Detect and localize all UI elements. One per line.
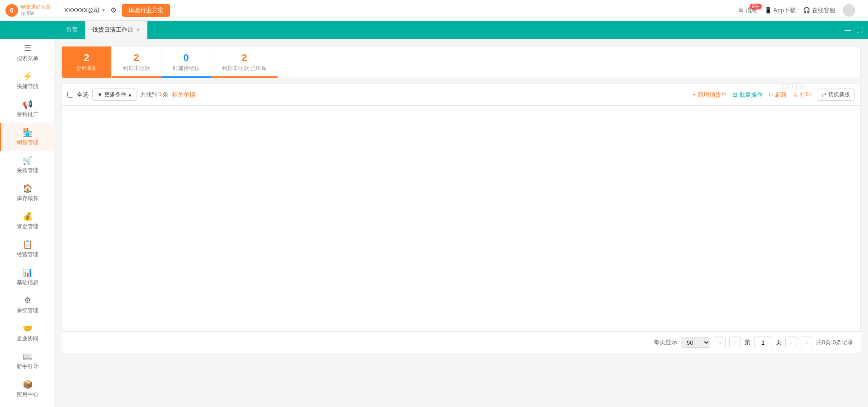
purchase-icon: 🛒 — [23, 155, 33, 165]
settings-icon[interactable]: ⚙ — [110, 6, 117, 14]
sidebar-item-sales[interactable]: 🏪 销售管理 — [0, 123, 54, 151]
sidebar-item-marketing[interactable]: 📢 营销推广 — [0, 95, 54, 123]
refresh-button[interactable]: ↻ 刷新 — [768, 91, 787, 99]
sidebar-item-app-center[interactable]: 📦 应用中心 — [0, 375, 54, 403]
print-icon: 🖨 — [792, 91, 798, 98]
card-all[interactable]: 2 全部单据 — [62, 47, 112, 78]
inventory-icon: 🏠 — [23, 183, 33, 193]
sidebar-item-inventory[interactable]: 🏠 库存核算 — [0, 179, 54, 207]
message-badge: 99+ — [750, 4, 762, 9]
nav-tabs: 首页 钱货日清工作台 ✕ — ⛶ — [0, 21, 868, 39]
card-overdue-shipped-num: 2 — [242, 52, 247, 64]
card-overdue-underline — [112, 76, 161, 78]
sidebar-label-cooperation: 企业协同 — [17, 335, 38, 342]
last-page-button[interactable]: » — [801, 337, 812, 348]
cooperation-icon: 🤝 — [23, 323, 33, 333]
sidebar-item-guide[interactable]: 📖 新手引导 — [0, 347, 54, 375]
try-industry-button[interactable]: 体验行业方案 — [122, 4, 170, 17]
guide-icon: 📖 — [23, 351, 33, 361]
chevron-down-icon: ▼ — [101, 8, 106, 13]
search-menu-icon: ☰ — [24, 43, 31, 53]
print-button[interactable]: 🖨 打印 — [792, 91, 811, 99]
sidebar-label-basics: 基础信息 — [17, 279, 38, 286]
logo-name: 畅捷通好生意 — [21, 4, 51, 10]
sidebar-label-operation: 经营管理 — [17, 251, 38, 258]
close-tab-icon[interactable]: ✕ — [136, 27, 140, 33]
sidebar-item-system[interactable]: ⚙ 系统管理 — [0, 291, 54, 319]
card-overdue-shipped-underline — [211, 76, 278, 78]
sidebar-item-wechat[interactable]: 💬 企业微信 — [0, 403, 54, 407]
headset-icon: 🎧 — [803, 7, 810, 14]
sidebar-item-cooperation[interactable]: 🤝 企业协同 — [0, 319, 54, 347]
sidebar-item-operation[interactable]: 📋 经营管理 — [0, 235, 54, 263]
phone-icon: 📱 — [764, 7, 772, 14]
refresh-icon: ↻ — [768, 91, 773, 98]
sidebar-item-finance[interactable]: 💰 资金管理 — [0, 207, 54, 235]
sidebar-item-purchase[interactable]: 🛒 采购管理 — [0, 151, 54, 179]
app-download-item[interactable]: 📱 App下载 — [764, 6, 796, 14]
company-name: XXXXXX公司 — [64, 6, 99, 14]
total-info: 共0页,0条记录 — [816, 338, 854, 346]
top-bar: 6 畅捷通好生意 标准版 XXXXXX公司 ▼ ⚙ 体验行业方案 ✉ 消息 99… — [0, 0, 868, 21]
tab-actions: — ⛶ — [844, 26, 868, 33]
toolbar-right: + 新增销货单 ⊞ 批量操作 ↻ 刷新 🖨 打印 ⇄ 切换新版 — [693, 89, 855, 101]
filter-chevron-icon: ∨ — [128, 92, 132, 98]
sidebar-label-purchase: 采购管理 — [17, 167, 38, 174]
page-prefix: 第 — [745, 338, 750, 346]
card-pending-underline — [161, 76, 211, 78]
pagination: 每页显示 50 « ‹ 第 页 › » 共0页,0条记录 — [61, 332, 861, 353]
related-orders-link[interactable]: 相关单据 — [172, 91, 195, 99]
tab-home[interactable]: 首页 — [59, 21, 85, 39]
sidebar: ☰ 搜索菜单 ⚡ 快捷导航 📢 营销推广 🏪 销售管理 🛒 采购管理 🏠 库存核… — [0, 39, 54, 407]
app-center-icon: 📦 — [23, 379, 33, 389]
next-page-button[interactable]: › — [785, 337, 797, 348]
card-overdue-label: 到期未收款 — [123, 65, 150, 72]
sidebar-item-quick-nav[interactable]: ⚡ 快捷导航 — [0, 67, 54, 95]
toolbar-left: 全选 ▼ 更多条件 ∨ 共找到 0 条 相关单据 — [67, 89, 195, 101]
tab-workbench[interactable]: 钱货日清工作台 ✕ — [85, 21, 147, 39]
operation-icon: 📋 — [23, 239, 33, 249]
first-page-button[interactable]: « — [714, 337, 726, 348]
add-sales-order-button[interactable]: + 新增销货单 — [693, 91, 727, 99]
marketing-icon: 📢 — [23, 99, 33, 109]
minimize-icon[interactable]: — — [844, 26, 851, 33]
batch-icon: ⊞ — [732, 91, 737, 98]
per-page-select[interactable]: 50 — [681, 337, 710, 348]
page-input[interactable] — [754, 337, 772, 348]
system-icon: ⚙ — [24, 295, 31, 305]
sidebar-label-guide: 新手引导 — [17, 363, 38, 370]
sidebar-label-system: 系统管理 — [17, 307, 38, 314]
card-all-num: 2 — [84, 52, 89, 64]
finance-icon: 💰 — [23, 211, 33, 221]
switch-version-button[interactable]: ⇄ 切换新版 — [817, 89, 855, 101]
message-item[interactable]: ✉ 消息 99+ — [739, 6, 757, 14]
online-service-item[interactable]: 🎧 在线客服 — [803, 6, 835, 14]
filter-button[interactable]: ▼ 更多条件 ∨ — [92, 89, 137, 101]
per-page-label: 每页显示 — [654, 338, 677, 346]
sidebar-item-search-menu[interactable]: ☰ 搜索菜单 — [0, 39, 54, 67]
card-overdue[interactable]: 2 到期未收款 — [112, 47, 161, 78]
avatar[interactable] — [843, 4, 855, 17]
often-watermark: OfTEn — [781, 82, 805, 92]
batch-operations-button[interactable]: ⊞ 批量操作 — [732, 91, 763, 99]
filter-icon: ▼ — [97, 92, 103, 98]
switch-icon: ⇄ — [822, 92, 826, 98]
card-overdue-shipped[interactable]: 2 到期未收款 已出库 — [211, 47, 278, 78]
quick-nav-icon: ⚡ — [23, 71, 33, 81]
select-all-checkbox[interactable] — [67, 92, 73, 98]
card-pending-num: 0 — [183, 52, 189, 64]
logo-area: 6 畅捷通好生意 标准版 — [5, 4, 60, 17]
count-text: 共找到 0 条 — [141, 91, 168, 98]
sidebar-item-basics[interactable]: 📊 基础信息 — [0, 263, 54, 291]
sidebar-label-finance: 资金管理 — [17, 223, 38, 230]
main-content: 2 全部单据 2 到期未收款 0 旺辅待确认 2 到期未收款 已出库 全选 ▼ … — [54, 39, 868, 407]
sidebar-label-inventory: 库存核算 — [17, 195, 38, 202]
prev-page-button[interactable]: ‹ — [729, 337, 741, 348]
card-all-label: 全部单据 — [76, 65, 98, 72]
maximize-icon[interactable]: ⛶ — [856, 26, 863, 33]
card-pending[interactable]: 0 旺辅待确认 — [161, 47, 211, 78]
sales-icon: 🏪 — [23, 127, 33, 137]
company-selector[interactable]: XXXXXX公司 ▼ — [64, 6, 106, 14]
table-area — [61, 106, 861, 332]
logo-sub: 标准版 — [21, 10, 51, 16]
